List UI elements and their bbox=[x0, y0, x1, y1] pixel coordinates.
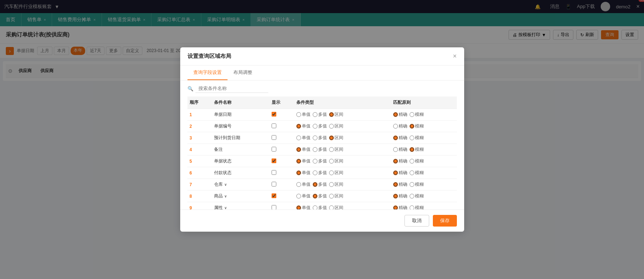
settings-dialog: 设置查询区域布局 × 查询字段设置 布局调整 🔍 顺序 bbox=[180, 47, 464, 84]
dialog-search-bar: 🔍 bbox=[180, 80, 464, 84]
dialog-title: 设置查询区域布局 bbox=[187, 53, 231, 60]
tab-query-fields[interactable]: 查询字段设置 bbox=[187, 66, 228, 80]
dialog-header: 设置查询区域布局 × bbox=[180, 47, 464, 66]
modal-overlay: 设置查询区域布局 × 查询字段设置 布局调整 🔍 顺序 bbox=[0, 0, 644, 84]
dialog-tab-bar: 查询字段设置 布局调整 bbox=[180, 66, 464, 80]
tab-layout-adjust[interactable]: 布局调整 bbox=[228, 66, 258, 80]
dialog-close-button[interactable]: × bbox=[453, 52, 457, 60]
